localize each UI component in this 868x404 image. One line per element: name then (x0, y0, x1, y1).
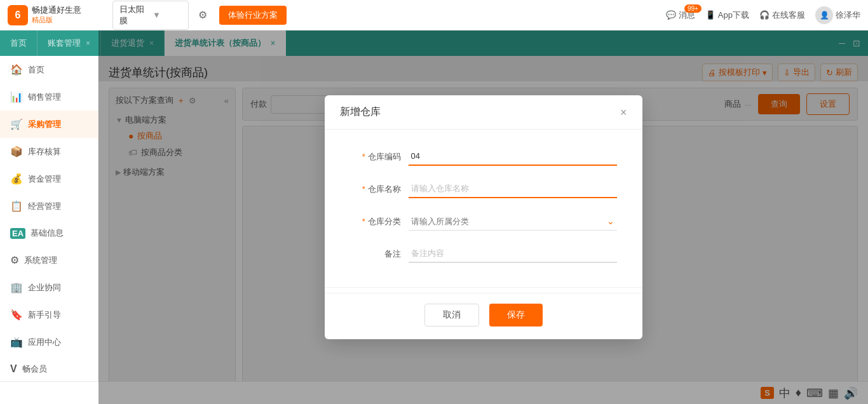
message-button[interactable]: 💬 消息 99+ (666, 10, 695, 21)
sidebar-item-system[interactable]: ⚙ 系统管理 (0, 246, 98, 274)
sidebar-sales-label: 销售管理 (28, 91, 61, 103)
app-center-icon: 📺 (10, 336, 23, 348)
modal-header: 新增仓库 × (325, 95, 642, 130)
finance-icon: 💰 (10, 173, 23, 185)
headset-icon: 🎧 (759, 10, 770, 20)
store-name: 日太阳膜 (119, 4, 149, 27)
settings-icon[interactable]: ⚙ (193, 5, 213, 25)
tab-accounts-close[interactable]: × (86, 39, 90, 48)
header-right: 💬 消息 99+ 📱 App下载 🎧 在线客服 👤 徐泽华 (666, 6, 860, 24)
sidebar: 🏠 首页 📊 销售管理 🛒 采购管理 📦 库存核算 💰 资金管理 📋 经营管理 … (0, 56, 98, 404)
logo-text-area: 畅捷通好生意 精品版 (32, 5, 81, 25)
user-avatar: 👤 (815, 6, 833, 24)
save-button[interactable]: 保存 (489, 304, 543, 327)
tab-accounts-label: 账套管理 (48, 37, 81, 49)
purchase-icon: 🛒 (10, 118, 23, 130)
modal-title: 新增仓库 (340, 105, 381, 119)
sidebar-item-finance[interactable]: 💰 资金管理 (0, 165, 98, 192)
cancel-button[interactable]: 取消 (424, 304, 479, 327)
form-row-code: 仓库编码 (350, 147, 617, 166)
sidebar-item-vip[interactable]: V 畅会员 (0, 356, 98, 382)
code-input[interactable] (409, 147, 617, 166)
modal-body: 仓库编码 仓库名称 仓库分类 ⌄ 备注 (325, 130, 642, 287)
user-profile-button[interactable]: 👤 徐泽华 (815, 6, 860, 24)
sidebar-item-app-center[interactable]: 📺 应用中心 (0, 328, 98, 356)
sidebar-item-operation[interactable]: 📋 经营管理 (0, 192, 98, 220)
category-input[interactable] (411, 217, 607, 226)
new-warehouse-modal: 新增仓库 × 仓库编码 仓库名称 仓库分类 ⌄ (325, 95, 642, 339)
enterprise-icon: 🏢 (10, 281, 23, 293)
logo-area: 6 畅捷通好生意 精品版 (8, 5, 106, 25)
sidebar-item-guide[interactable]: 🔖 新手引导 (0, 301, 98, 328)
sidebar-home-label: 首页 (28, 64, 44, 76)
sales-icon: 📊 (10, 91, 23, 103)
sidebar-item-basic-info[interactable]: EA 基础信息 (0, 220, 98, 246)
phone-icon: 📱 (705, 10, 715, 20)
sidebar-guide-label: 新手引导 (28, 309, 61, 321)
name-input[interactable] (409, 180, 617, 198)
modal-close-button[interactable]: × (620, 107, 627, 118)
basic-info-icon: EA (10, 228, 25, 239)
online-service-button[interactable]: 🎧 在线客服 (759, 10, 805, 21)
sidebar-item-home[interactable]: 🏠 首页 (0, 56, 98, 83)
message-badge: 99+ (684, 4, 702, 13)
form-row-category: 仓库分类 ⌄ (350, 212, 617, 231)
vip-icon: V (10, 363, 17, 375)
app-download-label: App下载 (718, 10, 749, 21)
user-name: 徐泽华 (836, 10, 860, 21)
sidebar-item-sales[interactable]: 📊 销售管理 (0, 83, 98, 111)
category-dropdown-arrow[interactable]: ⌄ (607, 216, 614, 226)
sidebar-item-purchase[interactable]: 🛒 采购管理 (0, 111, 98, 138)
sidebar-inventory-label: 库存核算 (28, 146, 61, 158)
inventory-icon: 📦 (10, 145, 23, 158)
tab-accounts[interactable]: 账套管理 × (37, 30, 101, 56)
sidebar-item-inventory[interactable]: 📦 库存核算 (0, 138, 98, 165)
sidebar-basic-info-label: 基础信息 (31, 227, 64, 239)
sidebar-operation-label: 经营管理 (28, 201, 61, 212)
remark-label: 备注 (350, 248, 401, 260)
trial-button[interactable]: 体验行业方案 (219, 6, 287, 25)
form-row-remark: 备注 (350, 245, 617, 263)
guide-icon: 🔖 (10, 309, 23, 321)
app-download-button[interactable]: 📱 App下载 (705, 10, 749, 21)
remark-input[interactable] (409, 245, 617, 263)
app-logo-icon: 6 (8, 5, 28, 25)
tab-home[interactable]: 首页 (0, 30, 37, 56)
operation-icon: 📋 (10, 200, 23, 212)
category-select-wrapper[interactable]: ⌄ (409, 212, 617, 231)
sidebar-enterprise-label: 企业协同 (28, 282, 61, 293)
message-icon: 💬 (666, 10, 676, 20)
sidebar-vip-label: 畅会员 (22, 363, 47, 375)
sidebar-system-label: 系统管理 (24, 255, 57, 266)
sidebar-finance-label: 资金管理 (28, 173, 61, 185)
tab-home-label: 首页 (10, 37, 27, 49)
name-label: 仓库名称 (350, 184, 401, 195)
store-dropdown-arrow: ▼ (153, 10, 182, 20)
code-label: 仓库编码 (350, 151, 401, 163)
app-edition: 精品版 (32, 15, 81, 25)
modal-footer: 取消 保存 (325, 293, 642, 339)
home-icon: 🏠 (10, 64, 23, 76)
top-header: 6 畅捷通好生意 精品版 日太阳膜 ▼ ⚙ 体验行业方案 💬 消息 99+ 📱 … (0, 0, 868, 30)
sidebar-app-center-label: 应用中心 (28, 337, 61, 348)
store-selector[interactable]: 日太阳膜 ▼ (112, 1, 189, 30)
modal-overlay: 新增仓库 × 仓库编码 仓库名称 仓库分类 ⌄ (98, 30, 868, 404)
category-label: 仓库分类 (350, 216, 401, 227)
online-service-label: 在线客服 (772, 10, 805, 21)
app-name: 畅捷通好生意 (32, 5, 81, 16)
sidebar-item-enterprise[interactable]: 🏢 企业协同 (0, 274, 98, 301)
form-row-name: 仓库名称 (350, 180, 617, 198)
system-icon: ⚙ (10, 254, 19, 266)
sidebar-purchase-label: 采购管理 (28, 119, 61, 130)
